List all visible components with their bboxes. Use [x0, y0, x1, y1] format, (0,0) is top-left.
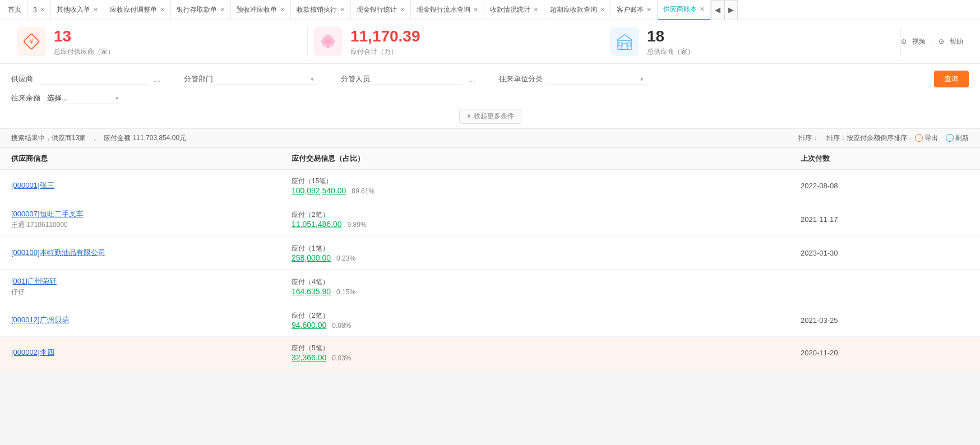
nav-tab-ar-ap-adjust[interactable]: 应收应付调整单 ✕ — [104, 0, 171, 20]
summary-card-ap-suppliers: ¥ 13 总应付供应商（家） — [11, 27, 308, 57]
refresh-btn[interactable]: 刷新 — [946, 133, 969, 143]
close-tab-prepay-ar[interactable]: ✕ — [280, 6, 285, 13]
nav-tab-cash-bank-flow[interactable]: 现金银行流水查询 ✕ — [411, 0, 484, 20]
table-row: [000001]张三 应付（15笔） 100,092,540.00 89.61%… — [0, 170, 980, 202]
nav-tab-other-income[interactable]: 其他收入单 ✕ — [51, 0, 104, 20]
nav-tab-3[interactable]: 3 ✕ — [27, 0, 51, 20]
filter-person: 分管人员 ... — [341, 73, 475, 85]
category-select[interactable] — [546, 73, 647, 85]
nav-tab-overdue-ar[interactable]: 超期应收款查询 ✕ — [544, 0, 611, 20]
collapse-button[interactable]: ∧ 收起更多条件 — [459, 109, 521, 124]
close-tab-payment-verify[interactable]: ✕ — [340, 6, 345, 13]
export-label: 导出 — [924, 133, 938, 143]
ap-amount-icon — [313, 27, 343, 56]
supplier-name-000001: [000001]张三 — [11, 180, 292, 191]
tx-amount-000007[interactable]: 11,051,486.00 — [292, 220, 342, 229]
tx-pct-001: 0.15% — [336, 288, 355, 296]
tx-label-000007: 应付（2笔） — [292, 211, 329, 219]
total-suppliers-icon — [610, 27, 639, 56]
table-row: [000012]广州贝瑞 应付（2笔） 94,600.00 0.08% 2021… — [0, 304, 980, 337]
supplier-dots-btn[interactable]: ... — [153, 74, 160, 84]
nav-tab-supplier-book[interactable]: 供应商账本 ✕ — [658, 0, 711, 20]
tx-col-000007: 应付（2笔） 11,051,486.00 9.89% — [292, 210, 801, 229]
filter-balance: 往来余额 选择... — [11, 92, 122, 104]
person-input[interactable] — [373, 73, 463, 85]
category-label: 往来单位分类 — [499, 74, 543, 84]
person-label: 分管人员 — [341, 74, 370, 84]
balance-select[interactable]: 选择... — [44, 92, 122, 104]
tx-pct-000007: 9.89% — [348, 221, 367, 229]
total-suppliers-info: 18 总供应商（家） — [647, 27, 694, 57]
supplier-label: 供应商 — [11, 74, 33, 84]
last-pay-000012: 2021-03-25 — [801, 316, 969, 325]
close-tab-bank-deposit[interactable]: ✕ — [220, 6, 225, 13]
close-tab-cash-bank-flow[interactable]: ✕ — [473, 6, 478, 13]
supplier-name-000002: [000002]李四 — [11, 347, 292, 358]
nav-arrow-right[interactable]: ▶ — [724, 0, 738, 20]
results-summary-text: 搜索结果中，供应商13家 — [11, 133, 86, 143]
col-last-pay: 上次付数 — [801, 154, 969, 164]
summary-card-total-suppliers: 18 总供应商（家） — [604, 27, 901, 57]
nav-arrow-left[interactable]: ◀ — [711, 0, 724, 20]
nav-tab-payment-stat[interactable]: 收款情况统计 ✕ — [484, 0, 544, 20]
category-select-wrap — [546, 73, 647, 85]
nav-tab-payment-verify[interactable]: 收款核销执行 ✕ — [291, 0, 351, 20]
filter-row-1: 供应商 ... 分管部门 分管人员 ... 往来单位分类 — [11, 71, 969, 87]
tx-col-001: 应付（4笔） 164,635.90 0.15% — [292, 277, 801, 296]
tx-amount-000012[interactable]: 94,600.00 — [292, 321, 326, 330]
close-tab-customer-book[interactable]: ✕ — [646, 6, 651, 13]
col-tx-info: 应付交易信息（占比） — [292, 154, 801, 164]
right-actions: 排序： 排序：按应付余额倒序排序 导出 刷新 — [798, 133, 969, 143]
tx-col-000012: 应付（2笔） 94,600.00 0.08% — [292, 311, 801, 330]
export-icon — [915, 134, 923, 142]
supplier-link-000100[interactable]: [000100]本特勤油品有限公司 — [11, 248, 105, 257]
nav-tab-customer-book[interactable]: 客户账本 ✕ — [611, 0, 658, 20]
query-button[interactable]: 查询 — [934, 71, 969, 87]
collapse-label: 收起更多条件 — [474, 112, 514, 121]
nav-tab-prepay-ar[interactable]: 预收冲应收单 ✕ — [231, 0, 291, 20]
close-tab-cash-bank-stat[interactable]: ✕ — [400, 6, 405, 13]
help-link[interactable]: 帮助 — [950, 37, 963, 47]
refresh-icon — [946, 134, 954, 142]
tx-amount-000002[interactable]: 32,366.00 — [292, 353, 326, 362]
top-navigation: 首页 3 ✕ 其他收入单 ✕ 应收应付调整单 ✕ 银行存取款单 ✕ 预收冲应收单… — [0, 0, 980, 20]
data-table: 供应商信息 应付交易信息（占比） 上次付数 [000001]张三 应付（15笔）… — [0, 148, 980, 369]
sort-value[interactable]: 排序：按应付余额倒序排序 — [826, 133, 907, 143]
supplier-link-000001[interactable]: [000001]张三 — [11, 181, 54, 189]
close-tab-supplier-book[interactable]: ✕ — [700, 6, 705, 13]
supplier-name-000012: [000012]广州贝瑞 — [11, 315, 292, 325]
supplier-name-000100: [000100]本特勤油品有限公司 — [11, 248, 292, 258]
video-link[interactable]: 视频 — [912, 37, 926, 47]
sort-label: 排序： — [798, 133, 819, 143]
tx-label-000100: 应付（1笔） — [292, 244, 329, 252]
export-btn[interactable]: 导出 — [915, 133, 938, 143]
close-tab-3[interactable]: ✕ — [40, 6, 45, 13]
table-row: [000007]恒旺二手叉车 王通 17106110000 应付（2笔） 11,… — [0, 202, 980, 237]
tx-label-000001: 应付（15笔） — [292, 177, 332, 185]
tx-amount-001[interactable]: 164,635.90 — [292, 287, 331, 296]
tx-amount-000001[interactable]: 100,092,540.00 — [292, 186, 346, 195]
nav-tab-home[interactable]: 首页 — [2, 0, 27, 20]
close-tab-overdue-ar[interactable]: ✕ — [600, 6, 605, 13]
supplier-link-000012[interactable]: [000012]广州贝瑞 — [11, 316, 69, 324]
tx-pct-000001: 89.61% — [352, 187, 375, 195]
tx-amount-000100[interactable]: 258,000.00 — [292, 253, 331, 262]
summary-card-ap-amount: 11,170.39 应付合计（万） — [308, 27, 604, 57]
nav-tab-cash-bank-stat[interactable]: 现金银行统计 ✕ — [351, 0, 411, 20]
close-tab-other-income[interactable]: ✕ — [93, 6, 98, 13]
summary-bar: ¥ 13 总应付供应商（家） 11,170.39 应付合计（万） — [0, 20, 980, 64]
person-dots-btn[interactable]: ... — [468, 74, 475, 84]
dept-select[interactable] — [216, 73, 317, 85]
close-tab-ar-ap-adjust[interactable]: ✕ — [160, 6, 165, 13]
table-row: [001]广州荣轩 仔仔 应付（4笔） 164,635.90 0.15% — [0, 270, 980, 304]
supplier-link-001[interactable]: [001]广州荣轩 — [11, 277, 57, 285]
ap-amount-label: 应付合计（万） — [350, 47, 420, 57]
svg-rect-11 — [618, 40, 631, 49]
supplier-link-000007[interactable]: [000007]恒旺二手叉车 — [11, 210, 84, 218]
nav-tab-bank-deposit[interactable]: 银行存取款单 ✕ — [171, 0, 231, 20]
supplier-input[interactable] — [36, 73, 149, 85]
close-tab-payment-stat[interactable]: ✕ — [533, 6, 538, 13]
ap-suppliers-icon: ¥ — [17, 27, 46, 56]
summary-right-links: ⊙ 视频 | ⊙ 帮助 — [901, 37, 969, 47]
supplier-link-000002[interactable]: [000002]李四 — [11, 348, 54, 356]
